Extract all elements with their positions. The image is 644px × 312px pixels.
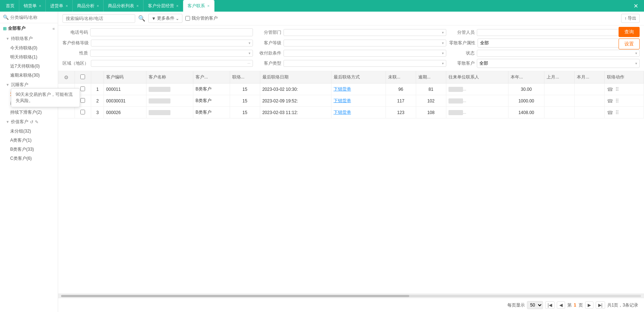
nature-select[interactable]: ▾ (90, 50, 253, 57)
tab-sales[interactable]: 销货单 × (19, 0, 46, 12)
sidebar-item-unclassified[interactable]: 未分组(32) (0, 127, 58, 136)
row-1-more-icon[interactable]: ⠿ (615, 98, 619, 104)
prev-page-button[interactable]: ◀ (557, 301, 565, 309)
sidebar-section-waiting[interactable]: ▼ 待联络客户 (0, 34, 58, 44)
row-1-last-date: 2023-02-09 19:52: (260, 95, 331, 107)
settings-button[interactable]: 设置 (619, 39, 640, 49)
page-size-select[interactable]: 50 (527, 301, 543, 309)
tab-purchase-close[interactable]: × (65, 4, 68, 8)
search-input[interactable] (63, 14, 135, 23)
more-conditions-button[interactable]: ▼ 更多条件 ⌄ (148, 14, 182, 23)
sidebar-section-value[interactable]: ▼ 价值客户 ↺ ✎ (0, 117, 58, 127)
row-1-action: ☎ ⠿ (605, 95, 644, 107)
query-button[interactable]: 查询 (619, 27, 640, 37)
value-edit-icon[interactable]: ✎ (35, 119, 39, 125)
tab-customer-tier[interactable]: 客户分层经营 × (144, 0, 183, 12)
sidebar-item-today[interactable]: 今天待联络(0) (0, 44, 58, 53)
tab-product-analysis-close[interactable]: × (97, 4, 99, 8)
sidebar-item-tomorrow[interactable]: 明天待联络(1) (0, 53, 58, 62)
dept-chevron: ▾ (442, 31, 444, 35)
row-0-more-icon[interactable]: ⠿ (615, 86, 619, 92)
tab-product-analysis[interactable]: 商品分析 × (73, 0, 104, 12)
row-0-last-method[interactable]: 下销货单 (331, 84, 386, 95)
sleeping-tooltip: 90天未交易的客户，可能有流失风险。 (11, 88, 58, 107)
th-overdue[interactable]: 逾期... (416, 71, 446, 84)
status-select[interactable]: ▾ (477, 50, 640, 57)
th-this-year[interactable]: 本年... (508, 71, 544, 84)
row-2-last-date: 2023-02-03 11:12: (260, 107, 331, 118)
th-contact[interactable]: 联络... (230, 71, 260, 84)
horizontal-scrollbar[interactable] (58, 293, 644, 298)
dept-select[interactable]: ▾ (283, 29, 446, 36)
row-1-phone-icon[interactable]: ☎ (607, 98, 613, 104)
row-2-checkbox[interactable] (75, 107, 91, 118)
first-page-button[interactable]: |◀ (545, 301, 555, 309)
row-2-more-icon[interactable]: ⠿ (615, 110, 619, 116)
th-last-month[interactable]: 上月... (544, 71, 575, 84)
region-select[interactable]: ··· (91, 60, 253, 67)
sidebar-item-a-class[interactable]: A类客户(1) (0, 136, 58, 145)
filter-customer-level: 客户等级 ▾ (256, 40, 446, 46)
scatter-attr-select[interactable]: 全部 ▾ (478, 39, 640, 48)
gear-icon[interactable]: ⚙ (64, 74, 69, 80)
manager-select[interactable]: ··· (477, 29, 640, 36)
my-customers-label: 我分管的客户 (192, 15, 218, 21)
last-page-button[interactable]: ▶| (596, 301, 605, 309)
th-no-contact[interactable]: 未联... (386, 71, 416, 84)
filter-payment: 收付款条件 ▾ (256, 50, 446, 57)
sidebar-item-c-class[interactable]: C类客户(6) (0, 154, 58, 163)
search-button[interactable]: 🔍 (138, 15, 145, 22)
my-customers-filter[interactable]: 我分管的客户 (185, 15, 218, 21)
row-2-phone-icon[interactable]: ☎ (607, 110, 613, 116)
window-close-button[interactable]: ✕ (629, 3, 643, 9)
table-row: 1 000011 B类客户 15 2023-03-02 10:30: 下销货单 … (58, 84, 644, 95)
tab-customer-contact-close[interactable]: × (207, 4, 209, 8)
tab-customer-contact-label: 客户联系 (188, 3, 205, 9)
arrow-icon-sleeping: ▼ (6, 83, 9, 87)
sidebar-search-input[interactable] (10, 15, 58, 20)
th-unit-contact[interactable]: 往来单位联系人 (446, 71, 508, 84)
select-all-checkbox[interactable] (80, 74, 85, 79)
th-code[interactable]: 客户编码 (104, 71, 146, 84)
sidebar-item-overdue[interactable]: 逾期未联络(30) (0, 71, 58, 80)
row-0-phone-icon[interactable]: ☎ (607, 86, 613, 92)
th-this-month[interactable]: 本月... (575, 71, 605, 84)
th-checkbox[interactable] (75, 71, 91, 84)
payment-select[interactable]: ▾ (283, 50, 446, 57)
scatter-attr-label: 零散客户属性 (449, 40, 475, 46)
scatter-customer-select[interactable]: 全部 ▾ (477, 59, 640, 68)
sidebar-all-customers[interactable]: ⊞ 全部客户 « (0, 23, 58, 34)
sidebar-item-7days[interactable]: 近7天待联络(0) (0, 62, 58, 71)
customer-level-select[interactable]: ▾ (283, 40, 446, 46)
chevron-icon: ⌄ (176, 16, 179, 21)
customer-type-select[interactable]: ▾ (283, 60, 446, 67)
value-refresh-icon[interactable]: ↺ (30, 119, 33, 125)
scrollbar-thumb[interactable] (61, 295, 409, 297)
th-last-date[interactable]: 最后联络日期 (260, 71, 331, 84)
sidebar-section-sleeping-label: 沉睡客户 (11, 82, 28, 88)
my-customers-checkbox[interactable] (185, 16, 190, 21)
tab-product-analysis-list[interactable]: 商品分析列表 × (104, 0, 143, 12)
row-1-last-method[interactable]: 下销货单 (331, 95, 386, 107)
scrollbar-track[interactable] (61, 295, 641, 297)
row-2-last-method[interactable]: 下销货单 (331, 107, 386, 118)
th-name[interactable]: 客户名称 (146, 71, 193, 84)
th-last-method[interactable]: 最后联络方式 (331, 71, 386, 84)
th-gear[interactable]: ⚙ (58, 71, 75, 84)
sidebar-item-b-class[interactable]: B类客户(33) (0, 145, 58, 154)
export-button[interactable]: ↑ 导出 (621, 14, 640, 23)
tab-purchase[interactable]: 进货单 × (46, 0, 72, 12)
filter-status: 状态 ▾ (449, 50, 640, 57)
customer-level-chevron: ▾ (442, 41, 444, 45)
tab-customer-contact[interactable]: 客户联系 × (183, 0, 214, 12)
th-type[interactable]: 客户... (193, 71, 230, 84)
tab-home[interactable]: 首页 (1, 0, 19, 12)
tab-customer-tier-close[interactable]: × (176, 4, 178, 8)
tab-sales-close[interactable]: × (39, 4, 41, 8)
tab-product-analysis-list-close[interactable]: × (136, 4, 138, 8)
next-page-button[interactable]: ▶ (585, 301, 593, 309)
price-level-select[interactable]: ▾ (91, 40, 253, 46)
phone-input[interactable] (90, 28, 253, 36)
sidebar-item-declining[interactable]: 持续下滑客户(2) (0, 108, 58, 117)
price-level-label: 客户价格等级 (63, 40, 89, 46)
